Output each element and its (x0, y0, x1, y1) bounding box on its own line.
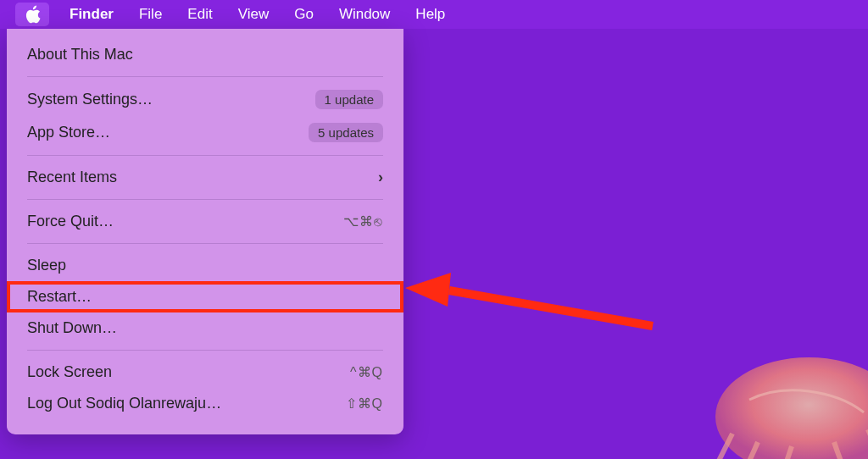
menu-recent-items[interactable]: Recent Items › (7, 162, 403, 193)
keyboard-shortcut: ⇧⌘Q (346, 395, 383, 412)
menu-item-label: Sleep (27, 257, 66, 274)
menu-item-label: About This Mac (27, 46, 133, 64)
chevron-right-icon: › (378, 169, 383, 186)
menu-item-label: System Settings… (27, 91, 153, 108)
menu-system-settings[interactable]: System Settings… 1 update (7, 83, 403, 116)
svg-point-0 (715, 357, 868, 459)
menu-separator (27, 76, 383, 77)
menu-view[interactable]: View (226, 3, 281, 25)
menu-restart[interactable]: Restart… (7, 281, 403, 312)
menu-window[interactable]: Window (327, 3, 402, 25)
menu-separator (27, 155, 383, 156)
wallpaper-jellyfish (665, 315, 868, 459)
app-name-menu[interactable]: Finder (58, 3, 125, 25)
menu-help[interactable]: Help (403, 3, 457, 25)
menu-file[interactable]: File (127, 3, 174, 25)
menu-item-label: App Store… (27, 124, 110, 141)
menu-separator (27, 350, 383, 351)
menu-separator (27, 243, 383, 244)
menu-go[interactable]: Go (282, 3, 326, 25)
menu-item-label: Log Out Sodiq Olanrewaju… (27, 395, 221, 412)
menu-app-store[interactable]: App Store… 5 updates (7, 116, 403, 149)
keyboard-shortcut: ⌥⌘⎋ (343, 213, 383, 230)
apple-menu-button[interactable] (15, 3, 49, 26)
menu-log-out[interactable]: Log Out Sodiq Olanrewaju… ⇧⌘Q (7, 388, 403, 419)
menu-separator (27, 199, 383, 200)
menu-shut-down[interactable]: Shut Down… (7, 312, 403, 344)
menu-edit[interactable]: Edit (175, 3, 224, 25)
apple-menu-dropdown: About This Mac System Settings… 1 update… (7, 29, 403, 434)
menu-lock-screen[interactable]: Lock Screen ^⌘Q (7, 357, 403, 388)
menubar: Finder File Edit View Go Window Help (0, 0, 868, 29)
menu-item-label: Force Quit… (27, 213, 114, 230)
menu-item-label: Restart… (27, 288, 92, 306)
menu-item-label: Recent Items (27, 169, 117, 186)
menu-force-quit[interactable]: Force Quit… ⌥⌘⎋ (7, 206, 403, 237)
update-badge: 5 updates (309, 123, 383, 142)
menu-about-this-mac[interactable]: About This Mac (7, 39, 403, 70)
menu-sleep[interactable]: Sleep (7, 250, 403, 281)
menu-item-label: Lock Screen (27, 363, 112, 381)
keyboard-shortcut: ^⌘Q (350, 364, 383, 380)
update-badge: 1 update (315, 90, 383, 109)
apple-icon (25, 5, 41, 24)
menu-item-label: Shut Down… (27, 319, 117, 337)
